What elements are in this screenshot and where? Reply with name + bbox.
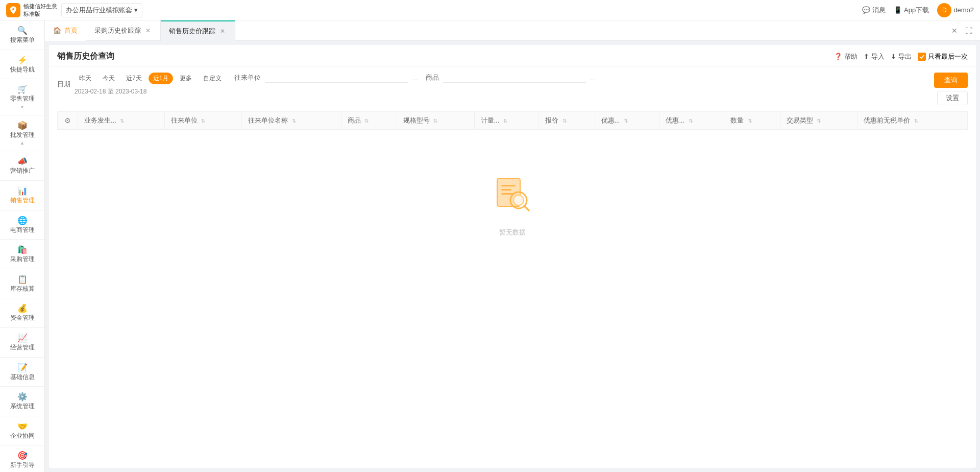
empty-state: 暂无数据 <box>57 130 968 278</box>
goods-label: 商品 <box>426 73 439 82</box>
sidebar-item-inventory[interactable]: 📋 库存核算 <box>0 269 44 299</box>
settings-button[interactable]: 设置 <box>937 91 968 105</box>
user-menu[interactable]: D demo2 <box>937 3 974 17</box>
svg-rect-1 <box>501 185 516 186</box>
date-filter-group: 日期 昨天 今天 近7天 近1月 更多 自定义 2023-02-18 至 202… <box>57 73 226 96</box>
sidebar-item-system[interactable]: ⚙️ 系统管理 <box>0 387 44 416</box>
table-header-unit[interactable]: 计量... ⇅ <box>474 112 539 130</box>
date-range-display: 2023-02-18 至 2023-03-18 <box>75 87 226 96</box>
export-btn[interactable]: ⬇ 导出 <box>891 52 912 61</box>
sidebar-item-basic-info[interactable]: 📝 基础信息 <box>0 358 44 387</box>
maximize-btn[interactable]: ⛶ <box>964 26 974 36</box>
table-header-partner-name[interactable]: 往来单位名称 ⇅ <box>242 112 341 130</box>
sidebar-item-ecommerce[interactable]: 🌐 电商管理 <box>0 210 44 240</box>
sidebar-item-sales-mgmt[interactable]: 📊 销售管理 <box>0 181 44 210</box>
content-area: 🏠 首页 采购历史价跟踪 ✕ 销售历史价跟踪 ✕ ✕ ⛶ 销售历史价查 <box>45 20 980 472</box>
table-header-quantity[interactable]: 数量 ⇅ <box>724 112 780 130</box>
topbar-right: 💬 消息 📱 App下载 D demo2 <box>862 3 974 17</box>
tab-close-purchase[interactable]: ✕ <box>144 27 152 35</box>
partner-filter-group: 往来单位 ... <box>234 73 418 83</box>
app-download-btn[interactable]: 📱 App下载 <box>894 6 929 15</box>
sort-icon[interactable]: ⇅ <box>562 118 567 124</box>
import-btn[interactable]: ⬆ 导入 <box>864 52 885 61</box>
logo-area: 畅捷信好生意 标准版 <box>6 3 57 17</box>
sidebar-item-search[interactable]: 🔍 搜索菜单 <box>0 20 44 50</box>
sidebar-item-marketing[interactable]: 📣 营销推广 <box>0 151 44 181</box>
page-content: 销售历史价查询 ❓ 帮助 ⬆ 导入 ⬇ 导出 <box>45 41 980 472</box>
tab-home[interactable]: 🏠 首页 <box>45 20 86 41</box>
filter-bar: 日期 昨天 今天 近7天 近1月 更多 自定义 2023-02-18 至 202… <box>49 66 976 111</box>
sort-icon[interactable]: ⇅ <box>689 118 693 124</box>
table-header-spec[interactable]: 规格型号 ⇅ <box>397 112 474 130</box>
tab-sales-history[interactable]: 销售历史价跟踪 ✕ <box>161 20 235 41</box>
tab-close-sales[interactable]: ✕ <box>218 27 227 35</box>
sidebar-item-retail[interactable]: 🛒 零售管理 ▾ <box>0 79 44 115</box>
inventory-icon: 📋 <box>17 274 28 284</box>
close-window-btn[interactable]: ✕ <box>949 26 960 36</box>
partner-input[interactable] <box>265 73 408 83</box>
sort-icon[interactable]: ⇅ <box>817 118 821 124</box>
sidebar-item-purchase[interactable]: 🛍️ 采购管理 <box>0 240 44 269</box>
help-icon: ❓ <box>834 53 842 60</box>
table-header-goods[interactable]: 商品 ⇅ <box>341 112 397 130</box>
sort-icon[interactable]: ⇅ <box>433 118 437 124</box>
chevron-up-icon: ▲ <box>20 140 25 146</box>
topbar: 畅捷信好生意 标准版 办公用品行业模拟账套 ▾ 💬 消息 📱 App下载 D d… <box>0 0 980 20</box>
partner-dots-btn[interactable]: ... <box>412 74 418 82</box>
sort-icon[interactable]: ⇅ <box>748 118 752 124</box>
sort-icon[interactable]: ⇅ <box>201 118 205 124</box>
home-icon: 🏠 <box>53 27 61 34</box>
table-header-partner-code[interactable]: 往来单位 ⇅ <box>164 112 242 130</box>
sort-icon[interactable]: ⇅ <box>120 118 124 124</box>
page-inner: 销售历史价查询 ❓ 帮助 ⬆ 导入 ⬇ 导出 <box>49 45 976 468</box>
sort-icon[interactable]: ⇅ <box>624 118 628 124</box>
sort-icon[interactable]: ⇅ <box>914 118 918 124</box>
date-btn-7days[interactable]: 近7天 <box>121 73 146 84</box>
table-header-discount-rate[interactable]: 优惠... ⇅ <box>595 112 659 130</box>
wholesale-icon: 📦 <box>17 121 28 130</box>
sidebar-item-enterprise[interactable]: 🤝 企业协同 <box>0 416 44 446</box>
retail-icon: 🛒 <box>17 84 28 94</box>
svg-rect-2 <box>501 189 511 191</box>
sort-icon[interactable]: ⇅ <box>364 118 369 124</box>
topbar-left: 畅捷信好生意 标准版 办公用品行业模拟账套 ▾ <box>6 3 142 17</box>
goods-dots-btn[interactable]: ... <box>590 74 596 82</box>
table-header-biz-date[interactable]: 业务发生... ⇅ <box>78 112 165 130</box>
gear-icon[interactable]: ⚙ <box>64 116 71 125</box>
sidebar-item-operations[interactable]: 📈 经营管理 <box>0 328 44 358</box>
date-label: 日期 <box>57 80 70 89</box>
purchase-icon: 🛍️ <box>17 245 28 254</box>
date-btn-yesterday[interactable]: 昨天 <box>75 73 96 84</box>
sort-icon[interactable]: ⇅ <box>503 118 507 124</box>
date-btn-more[interactable]: 更多 <box>175 73 197 84</box>
date-btn-today[interactable]: 今天 <box>98 73 119 84</box>
download-icon: 📱 <box>894 6 902 14</box>
sidebar-item-wholesale[interactable]: 📦 批发管理 ▲ <box>0 115 44 152</box>
help-btn[interactable]: ❓ 帮助 <box>834 52 857 61</box>
table-header-settings: ⚙ <box>58 112 78 130</box>
tab-purchase-history[interactable]: 采购历史价跟踪 ✕ <box>86 20 161 41</box>
sidebar-item-shortcut[interactable]: ⚡ 快捷导航 <box>0 50 44 80</box>
system-icon: ⚙️ <box>17 392 28 402</box>
empty-illustration <box>487 171 538 222</box>
enterprise-icon: 🤝 <box>17 421 28 431</box>
date-btn-custom[interactable]: 自定义 <box>199 73 226 84</box>
goods-input[interactable] <box>443 73 586 83</box>
sort-icon[interactable]: ⇅ <box>292 118 296 124</box>
sidebar-item-finance[interactable]: 💰 资金管理 <box>0 298 44 328</box>
table-header-price[interactable]: 报价 ⇅ <box>539 112 595 130</box>
table-header-discount-amt[interactable]: 优惠... ⇅ <box>659 112 724 130</box>
svg-line-6 <box>524 206 529 210</box>
svg-point-5 <box>513 195 524 205</box>
date-btn-1month[interactable]: 近1月 <box>149 73 174 84</box>
message-btn[interactable]: 💬 消息 <box>862 6 886 15</box>
only-last-checkbox[interactable]: 只看最后一次 <box>918 52 968 61</box>
checkbox-icon <box>918 53 926 61</box>
table-header-trade-type[interactable]: 交易类型 ⇅ <box>780 112 857 130</box>
avatar: D <box>937 3 951 17</box>
search-icon: 🔍 <box>17 26 28 35</box>
app-selector[interactable]: 办公用品行业模拟账套 ▾ <box>61 3 142 17</box>
table-header-pretax-price[interactable]: 优惠前无税单价 ⇅ <box>857 112 968 130</box>
sidebar-item-guide[interactable]: 🎯 新手引导 <box>0 445 44 472</box>
query-button[interactable]: 查询 <box>934 73 968 88</box>
